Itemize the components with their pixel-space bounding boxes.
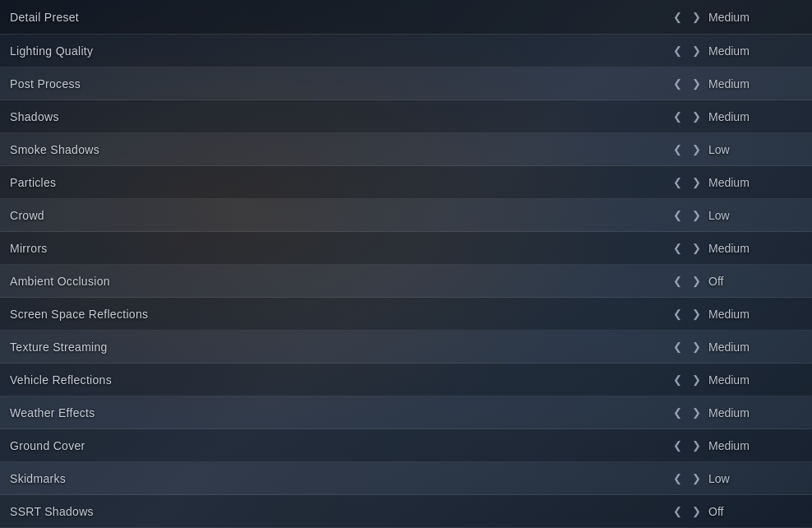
setting-value-post-process: Medium	[708, 77, 774, 90]
setting-value-shadows: Medium	[708, 110, 774, 123]
arrow-right-texture-streaming[interactable]: ❯	[690, 339, 704, 354]
setting-row-screen-space-reflections[interactable]: Screen Space Reflections❮❯Medium	[0, 298, 812, 331]
setting-row-crowd[interactable]: Crowd❮❯Low	[0, 199, 812, 232]
arrow-left-particles[interactable]: ❮	[671, 174, 685, 190]
arrow-right-crowd[interactable]: ❯	[690, 207, 704, 223]
arrow-left-post-process[interactable]: ❮	[671, 76, 685, 91]
setting-name-lighting-quality: Lighting Quality	[10, 44, 93, 58]
setting-control-ambient-occlusion: ❮❯Off	[671, 273, 802, 289]
arrow-right-lighting-quality[interactable]: ❯	[690, 43, 704, 58]
setting-control-particles: ❮❯Medium	[671, 174, 802, 190]
setting-row-vehicle-reflections[interactable]: Vehicle Reflections❮❯Medium	[0, 364, 812, 396]
arrow-right-smoke-shadows[interactable]: ❯	[690, 141, 704, 157]
setting-value-skidmarks: Low	[708, 472, 774, 485]
arrow-left-detail-preset[interactable]: ❮	[671, 9, 685, 25]
setting-value-weather-effects: Medium	[708, 406, 774, 419]
setting-control-texture-streaming: ❮❯Medium	[671, 339, 802, 354]
setting-value-lighting-quality: Medium	[708, 44, 774, 58]
setting-name-texture-streaming: Texture Streaming	[10, 340, 108, 354]
setting-control-ssrt-shadows: ❮❯Off	[671, 503, 802, 519]
setting-value-detail-preset: Medium	[708, 11, 774, 24]
arrow-left-screen-space-reflections[interactable]: ❮	[671, 306, 685, 322]
settings-container: Detail Preset❮❯MediumLighting Quality❮❯M…	[0, 0, 812, 528]
arrow-left-skidmarks[interactable]: ❮	[671, 470, 685, 486]
setting-name-shadows: Shadows	[10, 110, 59, 123]
setting-row-shadows[interactable]: Shadows❮❯Medium	[0, 100, 812, 133]
arrow-right-post-process[interactable]: ❯	[690, 76, 704, 91]
setting-control-ground-cover: ❮❯Medium	[671, 438, 802, 453]
arrow-right-detail-preset[interactable]: ❯	[690, 9, 704, 25]
arrow-left-texture-streaming[interactable]: ❮	[671, 339, 685, 354]
setting-control-shadows: ❮❯Medium	[671, 109, 802, 124]
setting-name-ssrt-shadows: SSRT Shadows	[10, 505, 94, 518]
setting-name-post-process: Post Process	[10, 77, 81, 90]
setting-name-crowd: Crowd	[10, 209, 44, 222]
arrow-right-shadows[interactable]: ❯	[690, 109, 704, 124]
setting-control-mirrors: ❮❯Medium	[671, 240, 802, 256]
setting-row-ssrt-shadows[interactable]: SSRT Shadows❮❯Off	[0, 495, 812, 528]
arrow-left-weather-effects[interactable]: ❮	[671, 405, 685, 420]
setting-value-texture-streaming: Medium	[708, 340, 774, 354]
arrow-right-ground-cover[interactable]: ❯	[690, 438, 704, 453]
setting-control-post-process: ❮❯Medium	[671, 76, 802, 91]
setting-control-skidmarks: ❮❯Low	[671, 470, 802, 486]
setting-control-smoke-shadows: ❮❯Low	[671, 141, 802, 157]
arrow-right-mirrors[interactable]: ❯	[690, 240, 704, 256]
setting-value-ssrt-shadows: Off	[708, 505, 774, 518]
setting-row-texture-streaming[interactable]: Texture Streaming❮❯Medium	[0, 331, 812, 364]
setting-control-lighting-quality: ❮❯Medium	[671, 43, 802, 58]
setting-control-detail-preset: ❮❯Medium	[671, 9, 802, 25]
setting-control-crowd: ❮❯Low	[671, 207, 802, 223]
setting-row-lighting-quality[interactable]: Lighting Quality❮❯Medium	[0, 35, 812, 67]
setting-control-weather-effects: ❮❯Medium	[671, 405, 802, 420]
arrow-right-vehicle-reflections[interactable]: ❯	[690, 372, 704, 387]
arrow-left-vehicle-reflections[interactable]: ❮	[671, 372, 685, 387]
setting-name-mirrors: Mirrors	[10, 242, 48, 255]
setting-value-mirrors: Medium	[708, 242, 774, 255]
setting-value-crowd: Low	[708, 209, 774, 222]
setting-value-particles: Medium	[708, 176, 774, 189]
setting-name-vehicle-reflections: Vehicle Reflections	[10, 373, 112, 387]
setting-control-screen-space-reflections: ❮❯Medium	[671, 306, 802, 322]
arrow-left-ambient-occlusion[interactable]: ❮	[671, 273, 685, 289]
arrow-left-ground-cover[interactable]: ❮	[671, 438, 685, 453]
setting-name-skidmarks: Skidmarks	[10, 472, 66, 485]
setting-control-vehicle-reflections: ❮❯Medium	[671, 372, 802, 387]
setting-value-vehicle-reflections: Medium	[708, 373, 774, 387]
setting-value-smoke-shadows: Low	[708, 143, 774, 156]
setting-row-mirrors[interactable]: Mirrors❮❯Medium	[0, 232, 812, 265]
arrow-left-smoke-shadows[interactable]: ❮	[671, 141, 685, 157]
setting-name-smoke-shadows: Smoke Shadows	[10, 143, 99, 156]
setting-name-screen-space-reflections: Screen Space Reflections	[10, 308, 148, 321]
setting-value-ground-cover: Medium	[708, 439, 774, 452]
setting-name-weather-effects: Weather Effects	[10, 406, 95, 419]
arrow-right-weather-effects[interactable]: ❯	[690, 405, 704, 420]
arrow-right-particles[interactable]: ❯	[690, 174, 704, 190]
setting-value-ambient-occlusion: Off	[708, 275, 774, 288]
setting-row-weather-effects[interactable]: Weather Effects❮❯Medium	[0, 396, 812, 429]
arrow-right-screen-space-reflections[interactable]: ❯	[690, 306, 704, 322]
setting-row-detail-preset[interactable]: Detail Preset❮❯Medium	[0, 0, 812, 35]
setting-row-ambient-occlusion[interactable]: Ambient Occlusion❮❯Off	[0, 265, 812, 298]
arrow-left-lighting-quality[interactable]: ❮	[671, 43, 685, 58]
setting-row-post-process[interactable]: Post Process❮❯Medium	[0, 67, 812, 100]
arrow-left-mirrors[interactable]: ❮	[671, 240, 685, 256]
setting-name-ambient-occlusion: Ambient Occlusion	[10, 275, 110, 288]
setting-row-skidmarks[interactable]: Skidmarks❮❯Low	[0, 462, 812, 495]
setting-row-particles[interactable]: Particles❮❯Medium	[0, 166, 812, 199]
setting-name-detail-preset: Detail Preset	[10, 11, 79, 24]
arrow-right-ambient-occlusion[interactable]: ❯	[690, 273, 704, 289]
setting-value-screen-space-reflections: Medium	[708, 308, 774, 321]
arrow-left-crowd[interactable]: ❮	[671, 207, 685, 223]
arrow-left-ssrt-shadows[interactable]: ❮	[671, 503, 685, 519]
arrow-right-skidmarks[interactable]: ❯	[690, 470, 704, 486]
setting-name-ground-cover: Ground Cover	[10, 439, 85, 452]
arrow-right-ssrt-shadows[interactable]: ❯	[690, 503, 704, 519]
setting-row-smoke-shadows[interactable]: Smoke Shadows❮❯Low	[0, 133, 812, 166]
arrow-left-shadows[interactable]: ❮	[671, 109, 685, 124]
setting-name-particles: Particles	[10, 176, 56, 189]
setting-row-ground-cover[interactable]: Ground Cover❮❯Medium	[0, 429, 812, 462]
